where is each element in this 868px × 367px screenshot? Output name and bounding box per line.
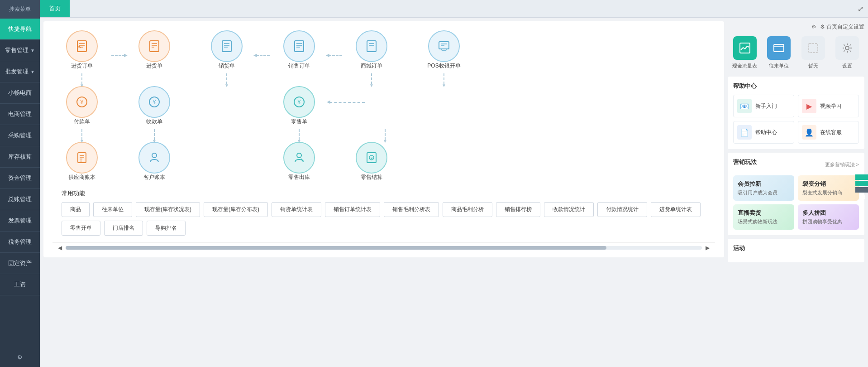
- marketing-fission[interactable]: 裂变分销 裂变式发展分销商: [798, 175, 859, 201]
- flow-node-receipt[interactable]: ¥ 收款单: [125, 86, 184, 126]
- func-btn-销售毛利分析表[interactable]: 销售毛利分析表: [384, 202, 439, 217]
- main-area: 首页 ⤢ 进货订单: [40, 0, 868, 367]
- quick-icon-cash-flow[interactable]: 现金流量表: [730, 36, 760, 69]
- horizontal-scrollbar: ◀ ▶: [52, 242, 715, 253]
- retail-bill-label: 零售单: [291, 118, 307, 126]
- sidebar-item-tax-mgmt[interactable]: 税务管理: [0, 232, 40, 253]
- sidebar-item-purchase-mgmt[interactable]: 采购管理: [0, 125, 40, 146]
- newbie-label: 新手入门: [755, 102, 777, 110]
- sale-order-icon: [283, 30, 315, 62]
- retail-outbound-label: 零售出库: [288, 174, 310, 181]
- func-btn-商品[interactable]: 商品: [62, 202, 90, 217]
- group-title: 多人拼团: [802, 209, 854, 217]
- func-btn-现存量(库存分布表)[interactable]: 现存量(库存分布表): [204, 202, 268, 217]
- marketing-group[interactable]: 多人拼团 拼团购物享受优惠: [798, 204, 859, 230]
- flow-node-supplier-account[interactable]: 供应商账本: [52, 142, 111, 181]
- flow-node-payment[interactable]: ¥ 付款单: [52, 86, 111, 126]
- sidebar-item-invoice-mgmt[interactable]: 发票管理: [0, 210, 40, 232]
- svg-text:¥: ¥: [297, 98, 301, 106]
- svg-rect-19: [439, 42, 449, 49]
- retail-settlement-icon: ¥: [356, 142, 387, 174]
- func-btn-收款情况统计[interactable]: 收款情况统计: [544, 202, 594, 217]
- marketing-live[interactable]: 直播卖货 场景式购物新玩法: [733, 204, 794, 230]
- service-icon: 👤: [802, 125, 816, 140]
- flow-node-sale-order[interactable]: 销售订单: [270, 30, 329, 70]
- settings-label: 设置: [842, 63, 852, 69]
- func-btn-商品毛利分析[interactable]: 商品毛利分析: [443, 202, 492, 217]
- sidebar-search[interactable]: 搜索菜单: [0, 0, 40, 19]
- func-btn-销货单统计表[interactable]: 销货单统计表: [272, 202, 321, 217]
- scroll-left-icon[interactable]: ◀: [56, 245, 64, 251]
- func-btn-销售排行榜[interactable]: 销售排行榜: [496, 202, 540, 217]
- sidebar-item-ecommerce-mgmt[interactable]: 电商管理: [0, 104, 40, 125]
- quick-icon-partners[interactable]: 往来单位: [764, 36, 795, 69]
- purchase-order-icon: [66, 30, 98, 62]
- flow-node-mall-order[interactable]: 商城订单: [342, 30, 401, 70]
- svg-rect-29: [78, 153, 86, 163]
- sidebar-item-salary[interactable]: 工资: [0, 274, 40, 295]
- sidebar-item-quick-nav[interactable]: 快捷导航: [0, 19, 40, 40]
- tab-bar: 首页 ⤢: [40, 0, 868, 18]
- sidebar-item-retail-mgmt[interactable]: 零售管理 ▼: [0, 40, 40, 61]
- func-btn-现存量(库存状况表)[interactable]: 现存量(库存状况表): [136, 202, 200, 217]
- help-item-video[interactable]: ▶ 视频学习: [798, 95, 859, 117]
- float-btn-community[interactable]: 服务社区: [855, 181, 868, 186]
- tab-home[interactable]: 首页: [40, 0, 70, 17]
- flow-node-purchase-bill[interactable]: 进货单: [125, 30, 184, 70]
- video-icon: ▶: [802, 99, 816, 113]
- svg-rect-41: [740, 43, 750, 53]
- sidebar-item-general-ledger[interactable]: 总账管理: [0, 189, 40, 210]
- live-sub: 场景式购物新玩法: [738, 218, 790, 225]
- help-item-help[interactable]: 📄 帮助中心: [733, 121, 794, 144]
- sidebar-item-fixed-assets[interactable]: 固定资产: [0, 253, 40, 274]
- flow-node-sale-bill[interactable]: 销货单: [197, 30, 256, 70]
- tab-expand-icon[interactable]: ⤢: [853, 1, 868, 17]
- func-btn-往来单位[interactable]: 往来单位: [93, 202, 132, 217]
- marketing-member[interactable]: 会员拉新 吸引用户成为会员: [733, 175, 794, 201]
- float-btn-customer-service[interactable]: 客服热线: [855, 174, 868, 180]
- sidebar-settings-button[interactable]: ⚙: [0, 348, 40, 367]
- cash-flow-icon: [733, 36, 757, 60]
- float-btn-desktop[interactable]: 桌面快捷: [855, 187, 868, 193]
- settings-icon-box: [835, 36, 859, 60]
- marketing-more-link[interactable]: 更多营销玩法 >: [825, 161, 859, 168]
- flow-node-purchase-order[interactable]: 进货订单: [52, 30, 111, 70]
- sidebar-item-finance-mgmt[interactable]: 资金管理: [0, 168, 40, 189]
- func-btn-门店排名[interactable]: 门店排名: [104, 221, 143, 236]
- func-btn-销售订单统计表[interactable]: 销售订单统计表: [325, 202, 380, 217]
- sidebar: 搜索菜单 快捷导航 零售管理 ▼ 批发管理 ▼ 小畅电商 电商管理 采购管理 库…: [0, 0, 40, 367]
- func-btn-进货单统计表[interactable]: 进货单统计表: [651, 202, 701, 217]
- func-btn-导购排名[interactable]: 导购排名: [147, 221, 186, 236]
- help-icon: 📄: [737, 125, 752, 140]
- sidebar-item-inventory[interactable]: 库存核算: [0, 146, 40, 168]
- func-btn-付款情况统计[interactable]: 付款情况统计: [597, 202, 647, 217]
- help-item-newbie[interactable]: 📧 新手入门: [733, 95, 794, 117]
- quick-icon-none[interactable]: 暂无: [798, 36, 829, 69]
- svg-text:¥: ¥: [152, 98, 156, 106]
- customize-header[interactable]: ⚙ ⚙ 首页自定义设置: [728, 21, 864, 33]
- supplier-account-icon: [66, 142, 98, 174]
- scroll-right-icon[interactable]: ▶: [704, 245, 711, 251]
- flow-node-pos-cashier[interactable]: POS收银开单: [415, 30, 473, 70]
- receipt-label: 收款单: [146, 118, 162, 126]
- flow-node-retail-outbound[interactable]: 零售出库: [270, 142, 329, 181]
- retail-settlement-label: 零售结算: [361, 174, 382, 181]
- flow-node-retail-bill[interactable]: ◀ ¥ 零售单: [270, 86, 329, 126]
- func-btn-零售开单[interactable]: 零售开单: [62, 221, 100, 236]
- svg-rect-44: [809, 43, 818, 53]
- flow-node-retail-settlement[interactable]: ¥ 零售结算: [342, 142, 401, 181]
- live-title: 直播卖货: [738, 209, 790, 217]
- svg-text:¥: ¥: [80, 98, 84, 106]
- customize-label: ⚙ 首页自定义设置: [820, 24, 864, 30]
- help-item-service[interactable]: 👤 在线客服: [798, 121, 859, 144]
- scroll-thumb: [66, 246, 606, 250]
- sidebar-item-ecommerce-small[interactable]: 小畅电商: [0, 82, 40, 104]
- svg-rect-12: [295, 41, 304, 52]
- flow-node-customer-account[interactable]: 客户账本: [125, 142, 184, 181]
- flowchart-card: 进货订单 ▶ 进货单: [43, 21, 724, 257]
- scroll-track[interactable]: [66, 246, 702, 250]
- quick-icon-settings[interactable]: 设置: [832, 36, 863, 69]
- fission-title: 裂变分销: [802, 180, 854, 188]
- sidebar-item-wholesale-mgmt[interactable]: 批发管理 ▼: [0, 61, 40, 82]
- main-content: 进货订单 ▶ 进货单: [40, 18, 728, 367]
